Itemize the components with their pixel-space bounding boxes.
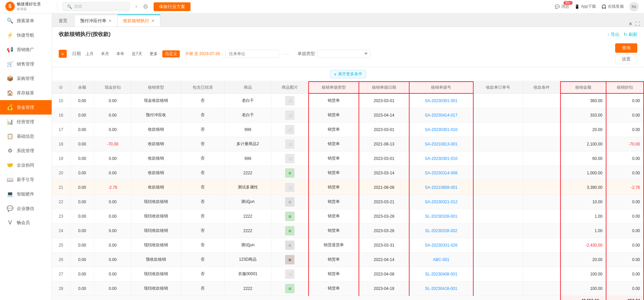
export-button[interactable]: ↑ 导出	[607, 32, 620, 38]
cell-id: 15	[52, 93, 70, 108]
filter-settings-button[interactable]: 设置	[615, 54, 637, 64]
table-row: 16 0.00 0.00 预付冲应收 否 老白干 ⬜ 销货单 2023-04-1…	[52, 108, 644, 122]
cell-writeoff-bill-no[interactable]: SA-20230301-010	[409, 151, 473, 166]
dropdown-arrow[interactable]: ▾	[135, 4, 138, 9]
sidebar-item-basic-info[interactable]: 📋 基础信息	[0, 129, 52, 143]
counterparty-dots[interactable]: ···	[284, 51, 289, 56]
writeoff-bill-link[interactable]: SA-20230414-017	[425, 113, 458, 118]
cell-id: 21	[52, 180, 70, 195]
cell-writeoff-bill-no[interactable]: SL-20230418-001	[409, 281, 473, 296]
col-header-gear[interactable]: ⚙	[52, 82, 70, 93]
writeoff-bill-link[interactable]: SA-20230301-010	[425, 156, 458, 161]
writeoff-bill-link[interactable]: SA-20230321-012	[425, 200, 458, 204]
date-custom-button[interactable]: 自定义	[162, 50, 180, 57]
tab-home[interactable]: 首页	[52, 15, 74, 27]
expand-more-button[interactable]: ∨ 展开更多条件	[330, 70, 366, 78]
cell-balance: 0.00	[70, 151, 94, 166]
top-search-area[interactable]: 🔍 搜索	[63, 2, 130, 11]
tab-writeoff-label: 收款核销执行	[123, 18, 149, 24]
sidebar-item-quick-nav[interactable]: ⚡ 快捷导航	[0, 28, 52, 42]
messages-button[interactable]: 💬 消息 99+	[555, 4, 569, 9]
tab-fullscreen-button[interactable]: ⛶	[635, 21, 640, 27]
sidebar-item-member[interactable]: V 畅会员	[0, 216, 52, 230]
cell-writeoff-bill-no[interactable]: SA-20230301-001	[409, 93, 473, 108]
refresh-button[interactable]: ↻ 刷新	[624, 32, 637, 38]
top-actions: 💬 消息 99+ 📱 App下载 🎧 在线客服 Rit	[555, 2, 639, 11]
sidebar-item-search[interactable]: 🔍 搜索菜单	[0, 13, 52, 28]
cell-writeoff-bill-no[interactable]: ABC-001	[409, 252, 473, 267]
gear-icon-btn[interactable]: ⚙	[59, 85, 63, 90]
cell-writeoff-bill-no[interactable]: SA-20230331-026	[409, 238, 473, 252]
cell-writeoff-type: 收款核销	[131, 180, 181, 195]
cell-writeoff-bill-no[interactable]: SA-20210813-001	[409, 137, 473, 151]
cell-product-image: ⬜	[271, 267, 309, 281]
headset-icon: 🎧	[601, 4, 606, 9]
cell-receipt-condition	[523, 223, 560, 238]
cell-id: 25	[52, 238, 70, 252]
message-icon: 💬	[555, 4, 560, 9]
sidebar-item-marketing[interactable]: 📢 营销推广	[0, 42, 52, 57]
sidebar-item-wechat[interactable]: 💬 企业微信	[0, 201, 52, 216]
download-icon: 📱	[575, 4, 580, 9]
app-logo: 6 畅捷通好生意 标准版	[5, 2, 57, 11]
table-row: 25 0.00 0.00 现结收款核销 否 测试jun ▦ 销货退货单 2023…	[52, 238, 644, 252]
cell-writeoff-bill-no[interactable]: SA-20210808-001	[409, 180, 473, 195]
tab-prepaid-label: 预付冲应付单	[80, 18, 106, 24]
sidebar-label-wechat: 企业微信	[17, 206, 34, 212]
sidebar-item-guide[interactable]: 📖 新手引导	[0, 172, 52, 187]
writeoff-bill-link[interactable]: SA-20230314-008	[425, 171, 458, 175]
sidebar-item-purchase[interactable]: 📦 采购管理	[0, 71, 52, 86]
industry-solution-button[interactable]: 体验行业方案	[154, 2, 191, 11]
tab-writeoff[interactable]: 收款核销执行 ✕	[117, 14, 160, 27]
cell-balance: 0.00	[70, 166, 94, 180]
cell-writeoff-bill-no[interactable]: SA-20230301-010	[409, 122, 473, 137]
online-service-button[interactable]: 🎧 在线客服	[601, 4, 624, 9]
cell-writeoff-bill-no[interactable]: SA-20230321-012	[409, 195, 473, 209]
writeoff-bill-link[interactable]: SL-20230408-001	[425, 272, 457, 276]
writeoff-bill-link[interactable]: SA-20210808-001	[425, 185, 458, 190]
tab-prepaid-close[interactable]: ✕	[108, 18, 112, 23]
counterparty-input[interactable]	[225, 50, 279, 58]
sidebar-item-sales[interactable]: 🛒 销售管理	[0, 57, 52, 71]
writeoff-bill-link[interactable]: SL-20230328-002	[425, 228, 457, 233]
top-bar: 6 畅捷通好生意 标准版 🔍 搜索 ▾ ⚙ 体验行业方案 💬 消息 99+ 📱 …	[0, 0, 644, 13]
writeoff-bill-link[interactable]: SA-20230301-001	[425, 98, 458, 103]
writeoff-bill-link[interactable]: ABC-001	[433, 257, 449, 262]
operations-icon: 📊	[7, 119, 13, 125]
writeoff-bill-link[interactable]: SL-20230328-001	[425, 214, 457, 219]
cell-writeoff-bill-no[interactable]: SA-20230314-008	[409, 166, 473, 180]
date-btn-this-year[interactable]: 本年	[114, 50, 127, 57]
writeoff-bill-link[interactable]: SL-20230418-001	[425, 286, 457, 291]
filter-expand-button[interactable]: »	[59, 50, 67, 58]
settings-icon[interactable]: ⚙	[143, 3, 148, 10]
writeoff-bill-link[interactable]: SA-20210813-001	[425, 142, 458, 146]
date-btn-last-month[interactable]: 上月	[83, 50, 96, 57]
document-type-select[interactable]	[317, 50, 371, 58]
app-download-button[interactable]: 📱 App下载	[575, 4, 596, 9]
tab-prepaid[interactable]: 预付冲应付单 ✕	[74, 15, 117, 27]
user-avatar[interactable]: Rit	[629, 2, 639, 11]
sidebar-item-system[interactable]: ⚙ 系统管理	[0, 143, 52, 158]
sidebar-item-hardware[interactable]: 💻 智能硬件	[0, 187, 52, 201]
cell-writeoff-bill-no[interactable]: SL-20230408-001	[409, 267, 473, 281]
sidebar-item-collab[interactable]: 🤝 企业协同	[0, 158, 52, 172]
query-button[interactable]: 查询	[615, 43, 637, 53]
date-btn-more[interactable]: 更多	[147, 50, 160, 57]
sidebar-item-finance[interactable]: 💰 资金管理	[0, 100, 52, 115]
writeoff-bill-link[interactable]: SA-20230331-026	[425, 243, 458, 248]
sidebar-label-guide: 新手引导	[17, 177, 34, 183]
cell-writeoff-type: 预付冲应收	[131, 108, 181, 122]
cell-writeoff-bill-type: 销货单	[309, 180, 359, 195]
cell-writeoff-bill-date: 2023-03-28	[359, 209, 409, 223]
tab-close-button[interactable]: ✕	[629, 21, 633, 27]
sidebar-item-inventory[interactable]: 🏠 库存核算	[0, 86, 52, 100]
cell-writeoff-bill-no[interactable]: SL-20230328-002	[409, 223, 473, 238]
date-btn-this-month[interactable]: 本月	[98, 50, 112, 57]
expand-more-row: ∨ 展开更多条件	[52, 67, 644, 81]
tab-writeoff-close[interactable]: ✕	[151, 18, 155, 23]
sidebar-item-operations[interactable]: 📊 经营管理	[0, 115, 52, 129]
cell-writeoff-bill-no[interactable]: SL-20230328-001	[409, 209, 473, 223]
writeoff-bill-link[interactable]: SA-20230301-010	[425, 127, 458, 132]
cell-writeoff-bill-no[interactable]: SA-20230414-017	[409, 108, 473, 122]
date-btn-7days[interactable]: 近7天	[129, 50, 145, 57]
